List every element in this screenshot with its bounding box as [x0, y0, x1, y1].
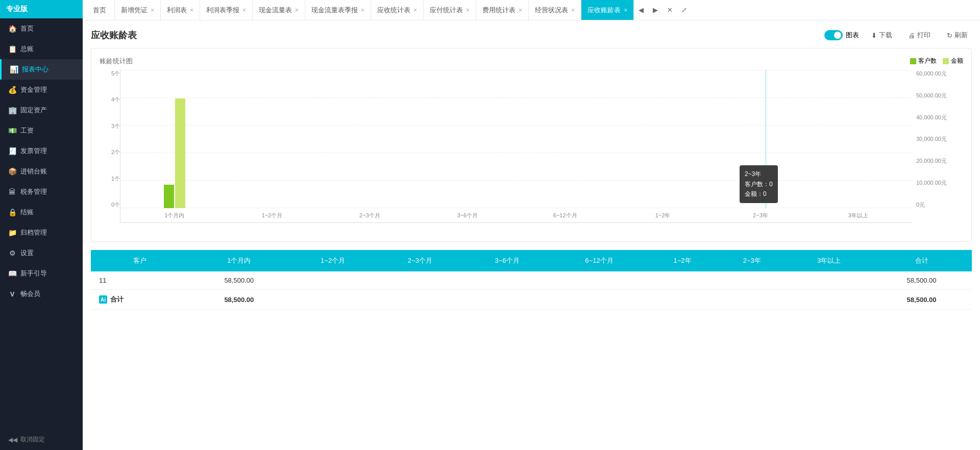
sidebar-item-label: 发票管理 — [20, 146, 47, 156]
tab-nav-next[interactable]: ▶ — [648, 3, 663, 17]
unpin-sidebar-button[interactable]: ◀◀ 取消固定 — [0, 429, 83, 450]
sidebar-item-label: 畅会员 — [20, 289, 40, 298]
tab-close-profit[interactable]: × — [190, 7, 193, 14]
th-y23: 2~3年 — [717, 250, 787, 271]
capital-icon: 💰 — [8, 86, 16, 94]
x-label-y12: 1~2年 — [648, 208, 678, 222]
tooltip-customer-count: 客户数：0 — [745, 180, 773, 189]
chart-container: 账龄统计图 客户数 金额 5个 4个 3个 2个 1个 — [91, 48, 972, 242]
y-right-label: 60,000.00元 — [916, 70, 947, 78]
tab-cashflow[interactable]: 现金流量表 × — [253, 0, 305, 20]
tab-close-business-status[interactable]: × — [571, 7, 575, 14]
bar-group-m1 — [164, 98, 185, 208]
th-m1: 1个月内 — [189, 250, 289, 271]
sidebar-item-tax-mgmt[interactable]: 🏛 税务管理 — [0, 182, 83, 202]
sidebar-item-label: 总账 — [20, 44, 34, 54]
th-y3plus: 3年以上 — [787, 250, 871, 271]
tab-close-profit-quarterly[interactable]: × — [242, 7, 246, 14]
chart-area: 5个 4个 3个 2个 1个 0个 — [100, 70, 963, 223]
td-total-m23 — [376, 290, 463, 310]
tab-business-status[interactable]: 经营状况表 × — [529, 0, 581, 20]
y-label: 3个 — [111, 122, 120, 130]
sidebar-item-report-center[interactable]: 📊 报表中心 — [0, 59, 83, 80]
x-label-m612: 6~12个月 — [550, 208, 580, 222]
tab-close-ap-stats[interactable]: × — [466, 7, 470, 14]
td-y12 — [648, 271, 717, 290]
sidebar-item-invoice-mgmt[interactable]: 🧾 发票管理 — [0, 141, 83, 161]
sidebar-item-label: 首页 — [20, 24, 34, 33]
table-wrapper: 客户 1个月内 1~2个月 2~3个月 3~6个月 6~12个月 1~2年 2~… — [91, 250, 972, 310]
sidebar-item-label: 税务管理 — [20, 187, 47, 196]
header-actions: 图表 ⬇ 下载 🖨 打印 ↻ 刷新 — [824, 29, 972, 42]
table-row: 11 58,500.00 58,500.00 — [91, 271, 972, 290]
tooltip-category: 2~3年 — [745, 169, 773, 179]
td-y3plus — [787, 271, 871, 290]
print-button[interactable]: 🖨 打印 — [904, 29, 935, 42]
closing-icon: 🔒 — [8, 208, 16, 216]
chart-legend: 客户数 金额 — [910, 57, 963, 65]
tab-close-new-voucher[interactable]: × — [151, 7, 154, 14]
content-area: 应收账龄表 图表 ⬇ 下载 🖨 打印 ↻ 刷新 — [83, 20, 980, 450]
tab-ar-aging[interactable]: 应收账龄表 × — [581, 0, 634, 20]
legend-color-green — [910, 58, 916, 64]
tab-close-cashflow[interactable]: × — [295, 7, 299, 14]
y-right-label: 10,000.00元 — [916, 179, 947, 187]
td-total: 58,500.00 — [871, 271, 972, 290]
sidebar-item-archive-mgmt[interactable]: 📁 归档管理 — [0, 222, 83, 243]
x-label-m36: 3~6个月 — [452, 208, 483, 222]
page-header: 应收账龄表 图表 ⬇ 下载 🖨 打印 ↻ 刷新 — [91, 20, 972, 48]
invoice-icon: 🧾 — [8, 147, 16, 155]
tab-profit[interactable]: 利润表 × — [161, 0, 200, 20]
tab-close-cashflow-quarterly[interactable]: × — [361, 7, 364, 14]
sidebar-item-home[interactable]: 🏠 首页 — [0, 18, 83, 39]
tab-ap-stats[interactable]: 应付统计表 × — [424, 0, 476, 20]
sidebar-item-settings[interactable]: ⚙ 设置 — [0, 243, 83, 263]
chart-toggle[interactable] — [824, 30, 843, 40]
refresh-button[interactable]: ↻ 刷新 — [943, 29, 972, 42]
legend-amount: 金额 — [943, 57, 963, 65]
payroll-icon: 💵 — [8, 127, 16, 135]
chart-title: 账龄统计图 — [100, 57, 963, 66]
download-button[interactable]: ⬇ 下载 — [867, 29, 896, 42]
y-right-label: 30,000.00元 — [916, 135, 947, 143]
sidebar-item-label: 固定资产 — [20, 106, 47, 115]
sidebar-item-fixed-assets[interactable]: 🏢 固定资产 — [0, 100, 83, 120]
download-icon: ⬇ — [871, 32, 877, 39]
app-logo: 专业版 — [0, 0, 83, 18]
y-label: 5个 — [111, 70, 120, 78]
tab-expense-stats[interactable]: 费用统计表 × — [476, 0, 529, 20]
tab-home[interactable]: 首页 — [85, 0, 115, 20]
y-right-label: 20,000.00元 — [916, 157, 947, 165]
tab-cashflow-quarterly[interactable]: 现金流量表季报 × — [305, 0, 371, 20]
tab-close-ar-aging[interactable]: × — [624, 7, 627, 14]
chart-toggle-group: 图表 — [824, 30, 859, 40]
sidebar-item-closing[interactable]: 🔒 结账 — [0, 202, 83, 222]
sidebar-item-general-ledger[interactable]: 📋 总账 — [0, 39, 83, 59]
tab-nav-prev[interactable]: ◀ — [634, 3, 648, 17]
tab-ar-stats[interactable]: 应收统计表 × — [371, 0, 424, 20]
tab-close-all[interactable]: ✕ — [663, 3, 677, 17]
table-header-row: 客户 1个月内 1~2个月 2~3个月 3~6个月 6~12个月 1~2年 2~… — [91, 250, 972, 271]
bar-amount-m1 — [175, 98, 185, 208]
th-y12: 1~2年 — [648, 250, 717, 271]
sidebar-item-new-guide[interactable]: 📖 新手引导 — [0, 263, 83, 284]
sidebar-item-payroll[interactable]: 💵 工资 — [0, 120, 83, 141]
tab-close-ar-stats[interactable]: × — [413, 7, 417, 14]
table-header: 客户 1个月内 1~2个月 2~3个月 3~6个月 6~12个月 1~2年 2~… — [91, 250, 972, 271]
y-label: 0个 — [111, 201, 120, 209]
sidebar-item-sales-ledger[interactable]: 📦 进销台账 — [0, 161, 83, 182]
main-area: 首页 新增凭证 × 利润表 × 利润表季报 × 现金流量表 × 现金流量表季报 … — [83, 0, 980, 450]
home-icon: 🏠 — [8, 24, 16, 33]
y-right-label: 40,000.00元 — [916, 114, 947, 121]
sidebar-item-capital-mgmt[interactable]: 💰 资金管理 — [0, 80, 83, 100]
tab-close-expense-stats[interactable]: × — [519, 7, 522, 14]
td-customer: 11 — [91, 271, 189, 290]
x-label-y23: 2~3年 — [745, 208, 776, 222]
tab-expand[interactable]: ⤢ — [677, 3, 691, 17]
tab-profit-quarterly[interactable]: 利润表季报 × — [200, 0, 253, 20]
x-label-m1: 1个月内 — [159, 208, 190, 222]
sidebar-item-member[interactable]: V 畅会员 — [0, 284, 83, 304]
tab-bar: 首页 新增凭证 × 利润表 × 利润表季报 × 现金流量表 × 现金流量表季报 … — [83, 0, 980, 20]
td-total-m612 — [551, 290, 648, 310]
tab-new-voucher[interactable]: 新增凭证 × — [115, 0, 161, 20]
